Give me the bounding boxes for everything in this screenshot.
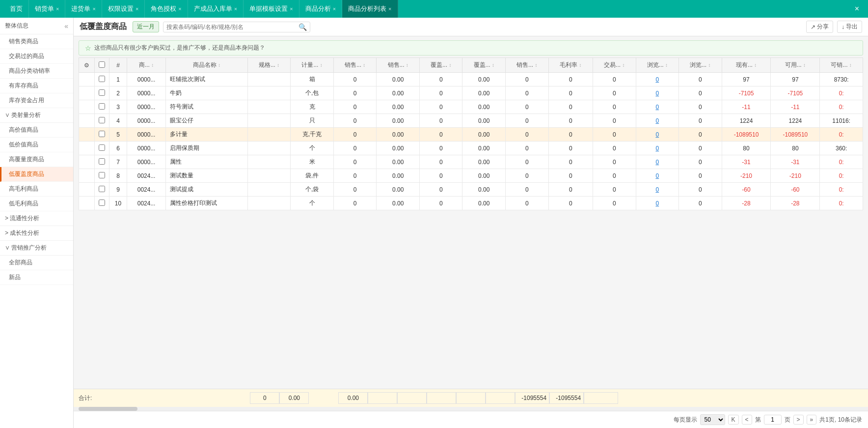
cell-browse1[interactable]: 0 [636, 100, 679, 114]
col-spec[interactable]: 规格... ↕ [247, 58, 291, 73]
cell-gear [79, 155, 95, 169]
cell-sales1: 0 [333, 142, 377, 155]
footer-sales1: 0 [250, 392, 279, 404]
col-sales3[interactable]: 销售... ↕ [506, 58, 549, 73]
cell-sales2: 0.00 [377, 100, 420, 114]
first-page-button[interactable]: K [728, 415, 739, 425]
sidebar-item-high-coverage[interactable]: 高覆量度商品 [0, 152, 73, 167]
row-checkbox[interactable] [99, 103, 105, 110]
col-gross[interactable]: 毛利率 ↕ [548, 58, 593, 73]
sidebar-item-traded-goods[interactable]: 交易过的商品 [0, 49, 73, 64]
prev-page-button[interactable]: < [742, 415, 752, 425]
cell-browse1[interactable]: 0 [636, 73, 679, 86]
cell-gross: 0 [548, 183, 593, 197]
row-checkbox[interactable] [99, 200, 105, 206]
search-input[interactable] [166, 24, 298, 30]
cell-checkbox [95, 169, 109, 183]
col-saleable[interactable]: 可销... ↕ [820, 58, 863, 73]
export-button[interactable]: ↓ 导出 [837, 21, 862, 33]
cell-browse1[interactable]: 0 [636, 155, 679, 169]
sidebar-item-high-margin[interactable]: 高毛利商品 [0, 182, 73, 197]
nav-template-settings[interactable]: 单据模板设置 × [244, 0, 299, 18]
nav-product-analysis[interactable]: 商品分析 × [299, 0, 342, 18]
col-current[interactable]: 现有... ↕ [722, 58, 771, 73]
cell-checkbox [95, 100, 109, 114]
filter-period-button[interactable]: 近一月 [133, 21, 159, 32]
col-unit[interactable]: 计量... ↕ [291, 58, 334, 73]
sidebar-item-stock-capital[interactable]: 库存资金占用 [0, 93, 73, 108]
col-available[interactable]: 可用... ↕ [771, 58, 820, 73]
sidebar-item-sales-goods[interactable]: 销售类商品 [0, 34, 73, 49]
sidebar-section-marketing[interactable]: ∨ 营销推广分析 [0, 241, 73, 256]
col-cover2[interactable]: 覆盖... ↕ [462, 58, 506, 73]
nav-role-auth[interactable]: 角色授权 × [145, 0, 188, 18]
sidebar-section-growth[interactable]: > 成长性分析 [0, 226, 73, 241]
page-size-select[interactable]: 50 100 200 [700, 414, 725, 425]
nav-close-role-auth[interactable]: × [178, 6, 181, 12]
col-sales1[interactable]: 销售... ↕ [333, 58, 377, 73]
table-row: 3 0000... 符号测试 克 0 0.00 0 0.00 0 0 0 0 0… [79, 100, 863, 114]
sidebar-collapse-button[interactable]: « [64, 22, 68, 30]
col-browse1[interactable]: 浏览... ↕ [636, 58, 679, 73]
nav-product-entry[interactable]: 产成品入库单 × [188, 0, 244, 18]
close-all-tabs-button[interactable]: × [850, 0, 864, 18]
sidebar-item-new-goods[interactable]: 新品 [0, 270, 73, 285]
table-body: 1 0000... 旺辅批次测试 箱 0 0.00 0 0.00 0 0 0 0… [79, 73, 863, 210]
row-checkbox[interactable] [99, 158, 105, 165]
cell-browse1[interactable]: 0 [636, 169, 679, 183]
nav-close-product-analysis[interactable]: × [333, 6, 336, 12]
col-code[interactable]: 商... ↕ [127, 58, 166, 73]
nav-close-template-settings[interactable]: × [290, 6, 293, 12]
sidebar-section-category-analysis[interactable]: ∨ 类射量分析 [0, 108, 73, 123]
cell-num: 5 [109, 128, 127, 142]
row-checkbox[interactable] [99, 89, 105, 96]
nav-product-analysis-list[interactable]: 商品分析列表 × [342, 0, 398, 18]
sidebar-item-instock-goods[interactable]: 有库存商品 [0, 79, 73, 93]
col-cover1[interactable]: 覆盖... ↕ [419, 58, 462, 73]
nav-close-product-analysis-list[interactable]: × [388, 6, 391, 12]
row-checkbox[interactable] [99, 186, 105, 192]
cell-saleable: 0: [820, 86, 863, 100]
cell-browse1[interactable]: 0 [636, 183, 679, 197]
cell-browse1[interactable]: 0 [636, 86, 679, 100]
nav-close-permission[interactable]: × [136, 6, 138, 12]
search-icon[interactable]: 🔍 [298, 23, 307, 31]
row-checkbox[interactable] [99, 76, 105, 82]
nav-permission[interactable]: 权限设置 × [102, 0, 145, 18]
page-input[interactable] [764, 415, 782, 425]
nav-purchase-order[interactable]: 进货单 × [65, 0, 102, 18]
row-checkbox[interactable] [99, 172, 105, 178]
nav-close-sales-order[interactable]: × [56, 6, 59, 12]
sidebar-item-all-goods[interactable]: 全部商品 [0, 256, 73, 270]
cell-spec [247, 155, 291, 169]
nav-home[interactable]: 首页 [4, 0, 29, 18]
cell-name: 符号测试 [166, 100, 248, 114]
col-browse2[interactable]: 浏览... ↕ [679, 58, 722, 73]
col-settings[interactable]: ⚙ [79, 58, 95, 73]
row-checkbox[interactable] [99, 144, 105, 151]
col-trade[interactable]: 交易... ↕ [593, 58, 636, 73]
cell-browse1[interactable]: 0 [636, 142, 679, 155]
share-button[interactable]: ↗ 分享 [806, 21, 833, 33]
cell-browse1[interactable]: 0 [636, 114, 679, 128]
nav-sales-order[interactable]: 销货单 × [29, 0, 65, 18]
row-checkbox[interactable] [99, 131, 105, 137]
col-name[interactable]: 商品名称 ↕ [166, 58, 248, 73]
sidebar-item-category-turnover[interactable]: 商品分类动销率 [0, 64, 73, 79]
sidebar-item-low-coverage[interactable]: 低覆盖度商品 [0, 167, 73, 182]
cell-browse1[interactable]: 0 [636, 197, 679, 210]
next-page-button[interactable]: > [793, 415, 804, 425]
sidebar-item-low-value[interactable]: 低价值商品 [0, 138, 73, 152]
sidebar-item-low-margin[interactable]: 低毛利商品 [0, 197, 73, 211]
horizontal-scrollbar[interactable] [74, 407, 868, 411]
col-sales2[interactable]: 销售... ↕ [377, 58, 420, 73]
nav-close-product-entry[interactable]: × [234, 6, 237, 12]
cell-name: 多计量 [166, 128, 248, 142]
last-page-button[interactable]: » [807, 415, 817, 425]
row-checkbox[interactable] [99, 117, 105, 123]
nav-close-purchase-order[interactable]: × [92, 6, 95, 12]
sidebar-section-liquidity[interactable]: > 流通性分析 [0, 211, 73, 226]
select-all-checkbox[interactable] [99, 61, 105, 68]
cell-browse1[interactable]: 0 [636, 128, 679, 142]
sidebar-item-high-value[interactable]: 高价值商品 [0, 123, 73, 138]
